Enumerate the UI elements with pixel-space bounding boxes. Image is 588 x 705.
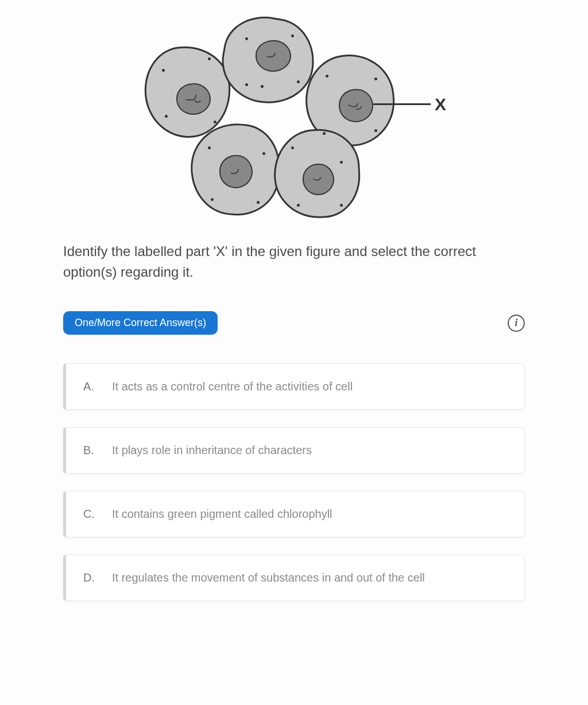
options-list: A. It acts as a control centre of the ac… bbox=[63, 363, 525, 601]
option-letter: A. bbox=[83, 380, 112, 393]
cell-nucleus bbox=[339, 89, 373, 122]
answer-type-badge: One/More Correct Answer(s) bbox=[63, 311, 218, 335]
option-letter: B. bbox=[83, 444, 112, 457]
option-d[interactable]: D. It regulates the movement of substanc… bbox=[63, 555, 525, 601]
cell-nucleus bbox=[256, 40, 291, 72]
figure-label-x: X bbox=[435, 95, 446, 114]
option-text: It plays role in inheritance of characte… bbox=[112, 444, 312, 457]
option-c[interactable]: C. It contains green pigment called chlo… bbox=[63, 491, 525, 537]
option-letter: C. bbox=[83, 508, 112, 521]
info-icon[interactable]: i bbox=[508, 315, 525, 332]
option-text: It regulates the movement of substances … bbox=[112, 571, 425, 584]
option-text: It acts as a control centre of the activ… bbox=[112, 380, 353, 393]
cell-nucleus bbox=[303, 164, 334, 195]
cell-nucleus bbox=[219, 155, 253, 188]
option-text: It contains green pigment called chlorop… bbox=[112, 508, 332, 521]
question-text: Identify the labelled part 'X' in the gi… bbox=[63, 241, 525, 282]
question-figure: X bbox=[34, 17, 554, 230]
option-b[interactable]: B. It plays role in inheritance of chara… bbox=[63, 427, 525, 474]
cell-nucleus bbox=[176, 83, 211, 115]
label-pointer-line bbox=[373, 103, 431, 105]
info-icon-glyph: i bbox=[514, 317, 517, 329]
option-letter: D. bbox=[83, 571, 112, 584]
option-a[interactable]: A. It acts as a control centre of the ac… bbox=[63, 363, 525, 410]
